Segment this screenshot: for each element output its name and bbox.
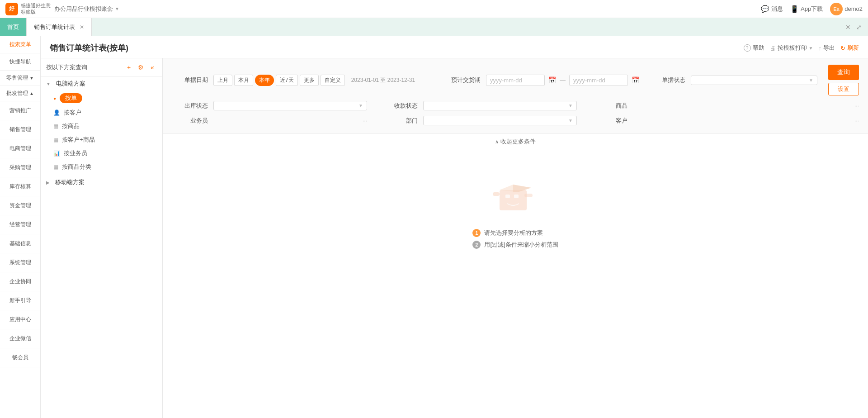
settings-scheme-icon[interactable]: ⚙ bbox=[136, 63, 145, 72]
sidebar-item-marketing[interactable]: 营销推广 bbox=[0, 101, 40, 120]
by-salesman-icon: 📊 bbox=[53, 150, 60, 157]
tree-item-by-salesman[interactable]: 📊 按业务员 bbox=[41, 147, 162, 160]
calendar-to-icon[interactable]: 📅 bbox=[632, 76, 639, 84]
left-panel-header: 按以下方案查询 + ⚙ « bbox=[41, 58, 162, 77]
tab-home[interactable]: 首页 bbox=[0, 18, 27, 36]
tree-item-by-category[interactable]: ▦ 按商品分类 bbox=[41, 160, 162, 174]
top-bar: 好 畅捷通好生意 标账版 办公用品行业模拟账套 ▼ 💬 消息 📱 App下载 E… bbox=[0, 0, 868, 18]
app-download-button[interactable]: 📱 App下载 bbox=[790, 5, 823, 13]
sidebar-item-operations[interactable]: 经营管理 bbox=[0, 215, 40, 234]
product-more-icon[interactable]: ··· bbox=[854, 103, 859, 109]
print-dropdown-icon[interactable]: ▼ bbox=[809, 46, 813, 51]
this-month-btn[interactable]: 本月 bbox=[234, 75, 253, 86]
help-icon: ? bbox=[744, 44, 751, 52]
sidebar-item-ecommerce[interactable]: 电商管理 bbox=[0, 139, 40, 158]
date-label: 单据日期 bbox=[172, 76, 208, 84]
mobile-expand-icon[interactable]: ▶ bbox=[46, 180, 50, 185]
product-field-area: ··· bbox=[633, 103, 859, 109]
filter-row-2: 出库状态 ▼ 收款状态 ▼ 商品 bbox=[172, 101, 859, 110]
payment-status-select[interactable]: ▼ bbox=[423, 101, 577, 110]
sidebar-item-wechat[interactable]: 企业微信 bbox=[0, 329, 40, 348]
tree-item-by-order[interactable]: ● 按单 bbox=[41, 90, 162, 106]
by-product-icon: ▦ bbox=[53, 123, 58, 129]
more-date-btn[interactable]: 更多 bbox=[300, 75, 319, 86]
sidebar-item-inventory[interactable]: 库存核算 bbox=[0, 177, 40, 196]
expected-date-label: 预计交货期 bbox=[444, 76, 481, 84]
tree-expand-icon[interactable]: ▼ bbox=[46, 81, 51, 86]
inner-layout: 按以下方案查询 + ⚙ « ▼ 电脑端方案 ● 按单 👤 按客户 bbox=[41, 58, 868, 418]
add-scheme-icon[interactable]: + bbox=[124, 63, 133, 72]
ship-status-select[interactable]: ▼ bbox=[213, 101, 367, 110]
customer-label: 客户 bbox=[591, 117, 627, 125]
this-year-btn[interactable]: 本年 bbox=[255, 75, 274, 86]
settings-button[interactable]: 设置 bbox=[828, 83, 859, 95]
department-dropdown-icon: ▼ bbox=[568, 118, 573, 123]
export-button[interactable]: ↑ 导出 bbox=[819, 44, 835, 52]
svg-rect-4 bbox=[524, 194, 533, 197]
sidebar-search[interactable]: 搜索菜单 bbox=[0, 36, 40, 53]
sidebar-item-retail[interactable]: 零售管理 ▼ bbox=[0, 71, 40, 86]
sidebar-item-enterprise[interactable]: 企业协同 bbox=[0, 272, 40, 291]
sidebar-item-appstore[interactable]: 应用中心 bbox=[0, 310, 40, 329]
doc-status-select[interactable]: ▼ bbox=[691, 76, 817, 85]
tab-order-stats[interactable]: 销售订单统计表 ✕ bbox=[27, 18, 92, 36]
user-area[interactable]: Ea demo2 bbox=[830, 3, 863, 15]
refresh-button[interactable]: ↻ 刷新 bbox=[840, 44, 859, 52]
collapse-up-icon: ∧ bbox=[495, 139, 499, 145]
tree-item-by-product[interactable]: ▦ 按商品 bbox=[41, 119, 162, 133]
expected-date-from[interactable] bbox=[486, 75, 545, 86]
logo-area: 好 畅捷通好生意 标账版 bbox=[5, 3, 51, 15]
sidebar-item-system[interactable]: 系统管理 bbox=[0, 253, 40, 272]
payment-status-label: 收款状态 bbox=[382, 102, 418, 110]
tab-close-icon[interactable]: ✕ bbox=[80, 24, 84, 30]
collapse-bar[interactable]: ∧ 收起更多条件 bbox=[163, 134, 868, 149]
collapse-panel-icon[interactable]: « bbox=[148, 63, 157, 72]
window-close-button[interactable]: ✕ bbox=[844, 24, 852, 31]
last-7days-btn[interactable]: 近7天 bbox=[276, 75, 298, 86]
print-icon: 🖨 bbox=[770, 45, 776, 52]
template-print-button[interactable]: 🖨 按模板打印 ▼ bbox=[770, 44, 813, 52]
query-button[interactable]: 查询 bbox=[828, 65, 859, 80]
retail-arrow-icon: ▼ bbox=[29, 76, 34, 81]
sidebar-item-newbie[interactable]: 新手引导 bbox=[0, 291, 40, 310]
expected-date-to[interactable] bbox=[569, 75, 628, 86]
filter-row-1: 单据日期 上月 本月 本年 近7天 更多 自定义 20 bbox=[172, 65, 859, 95]
calendar-from-icon[interactable]: 📅 bbox=[548, 76, 556, 84]
payment-status-dropdown-icon: ▼ bbox=[568, 103, 573, 108]
last-month-btn[interactable]: 上月 bbox=[213, 75, 232, 86]
customer-more-icon[interactable]: ··· bbox=[854, 118, 859, 124]
sidebar-item-wholesale[interactable]: 批发管理 ▲ bbox=[0, 86, 40, 101]
svg-rect-2 bbox=[514, 195, 519, 198]
tree-item-by-cust-prod[interactable]: ▦ 按客户+商品 bbox=[41, 133, 162, 147]
ship-status-dropdown-icon: ▼ bbox=[359, 103, 363, 108]
breadcrumb-dropdown[interactable]: ▼ bbox=[115, 6, 119, 11]
tree-item-by-customer[interactable]: 👤 按客户 bbox=[41, 106, 162, 119]
sidebar-item-sales[interactable]: 销售管理 bbox=[0, 120, 40, 139]
logo-icon: 好 bbox=[5, 3, 18, 15]
empty-tip-2: 2 用[过滤]条件来缩小分析范围 bbox=[472, 241, 558, 249]
logo-text: 畅捷通好生意 标账版 bbox=[21, 3, 51, 14]
sidebar-item-purchase[interactable]: 采购管理 bbox=[0, 158, 40, 177]
sidebar-item-finance[interactable]: 资金管理 bbox=[0, 196, 40, 215]
sidebar-item-basic[interactable]: 基础信息 bbox=[0, 234, 40, 253]
wholesale-arrow-icon: ▲ bbox=[29, 91, 34, 96]
empty-state: 1 请先选择要分析的方案 2 用[过滤]条件来缩小分析范围 bbox=[163, 149, 868, 267]
window-maximize-button[interactable]: ⤢ bbox=[855, 24, 863, 31]
sidebar-quick-nav[interactable]: 快捷导航 bbox=[0, 53, 40, 71]
department-select[interactable]: ▼ bbox=[423, 116, 577, 125]
help-button[interactable]: ? 帮助 bbox=[744, 44, 764, 52]
salesman-field-area: ··· bbox=[213, 118, 367, 124]
tab-bar: 首页 销售订单统计表 ✕ ✕ ⤢ bbox=[0, 18, 868, 36]
salesman-more-icon[interactable]: ··· bbox=[363, 118, 367, 124]
export-icon: ↑ bbox=[819, 45, 822, 52]
date-dash: — bbox=[558, 77, 567, 84]
custom-date-btn[interactable]: 自定义 bbox=[321, 75, 345, 86]
sidebar-item-member[interactable]: 畅会员 bbox=[0, 348, 40, 367]
message-icon: 💬 bbox=[761, 5, 769, 13]
avatar: Ea bbox=[830, 3, 843, 15]
page-header: 销售订单统计表(按单) ? 帮助 🖨 按模板打印 ▼ ↑ 导出 ↻ 刷新 bbox=[41, 36, 868, 58]
main-layout: 搜索菜单 快捷导航 零售管理 ▼ 批发管理 ▲ 营销推广 销售管理 电商管理 采… bbox=[0, 36, 868, 418]
right-panel: 单据日期 上月 本月 本年 近7天 更多 自定义 20 bbox=[163, 58, 868, 418]
message-button[interactable]: 💬 消息 bbox=[761, 5, 783, 13]
refresh-icon: ↻ bbox=[840, 45, 845, 52]
